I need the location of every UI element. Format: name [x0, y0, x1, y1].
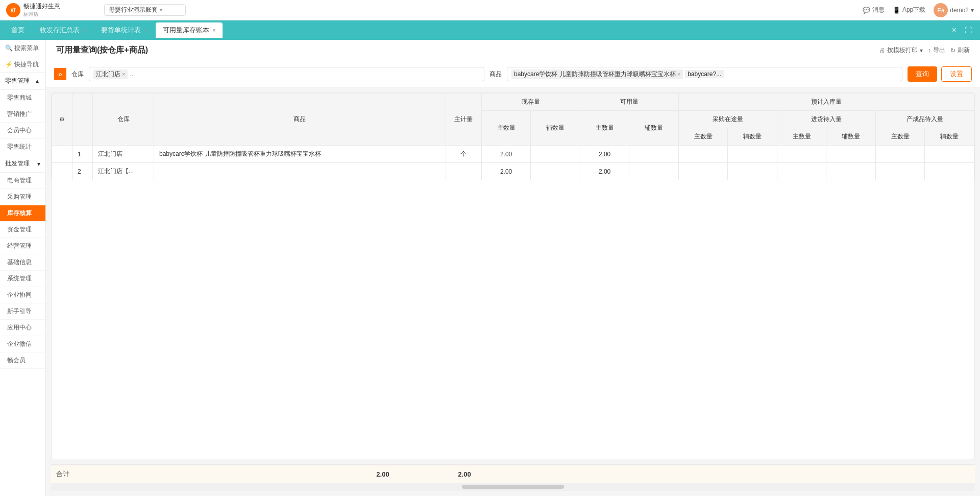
cell-incoming-sub	[826, 146, 876, 163]
inventory-table: ⚙ 仓库 商品 主计量 现存量 可用量 预计入库量 主数量 辅数量 主数量 辅数…	[52, 93, 974, 180]
sidebar-item-basic[interactable]: 基础信息	[0, 254, 45, 271]
cell-incoming-main	[777, 163, 826, 180]
warehouse-tag-text: 江北门店	[96, 70, 120, 79]
tab-order-stats-label: 要货单统计表	[101, 26, 141, 35]
th-available-main: 主数量	[580, 111, 629, 146]
product-tag-1-close[interactable]: ×	[677, 71, 680, 77]
export-icon: ↑	[928, 47, 931, 54]
user-menu[interactable]: Ea demo2 ▾	[934, 3, 974, 17]
sidebar-item-purchase[interactable]: 采购管理	[0, 189, 45, 205]
product-tag-1-text: babycare学饮杯 儿童防摔防撞吸管杯重力球吸嘴杯宝宝水杯	[514, 70, 676, 79]
logo-icon: 好	[6, 3, 20, 17]
tab-bar-close-btn[interactable]: ×	[948, 23, 961, 37]
sidebar-item-finance[interactable]: 资金管理	[0, 222, 45, 238]
cell-current-sub	[531, 146, 580, 163]
export-btn[interactable]: ↑ 导出	[928, 46, 945, 55]
th-current-stock: 现存量	[481, 93, 580, 111]
tab-home-label: 首页	[11, 26, 24, 35]
logo-text: 畅捷通好生意	[23, 2, 60, 11]
th-available-qty: 可用量	[580, 93, 678, 111]
tab-home[interactable]: 首页	[4, 22, 32, 38]
sidebar-item-member2[interactable]: 畅会员	[0, 352, 45, 369]
print-template-btn[interactable]: 🖨 按模板打印 ▾	[879, 46, 923, 55]
store-dropdown-icon: ▾	[160, 7, 162, 13]
table-footer: 合计 2.00 2.00	[51, 464, 975, 483]
cell-settings	[52, 146, 72, 163]
sidebar-item-app-center[interactable]: 应用中心	[0, 320, 45, 336]
main-layout: 🔍 搜索菜单 ⚡ 快捷导航 零售管理 ▲ 零售商城 营销推广 会员中心 零售统计…	[0, 40, 980, 496]
tab-receive-summary-close[interactable]: ×	[83, 27, 86, 33]
sidebar-group-retail[interactable]: 零售管理 ▲	[0, 73, 45, 90]
sidebar-item-enterprise[interactable]: 企业协同	[0, 287, 45, 303]
tab-available-inventory-label: 可用量库存账本	[163, 26, 209, 35]
user-name: demo2	[950, 7, 969, 14]
th-product: 商品	[154, 93, 446, 146]
sidebar-item-new-guide[interactable]: 新手引导	[0, 303, 45, 320]
product-filter[interactable]: babycare学饮杯 儿童防摔防撞吸管杯重力球吸嘴杯宝宝水杯 × babyca…	[507, 67, 902, 81]
sidebar-group-wholesale[interactable]: 批发管理 ▾	[0, 155, 45, 173]
th-current-main: 主数量	[481, 111, 531, 146]
warehouse-filter[interactable]: 江北门店 × ...	[89, 67, 484, 81]
sidebar-item-marketing[interactable]: 营销推广	[0, 106, 45, 123]
settings-btn[interactable]: 设置	[941, 66, 972, 82]
sidebar-search[interactable]: 🔍 搜索菜单	[0, 40, 45, 57]
tab-receive-summary-label: 收发存汇总表	[40, 26, 80, 35]
sidebar-item-ecommerce[interactable]: 电商管理	[0, 173, 45, 189]
footer-available-main: 2.00	[444, 470, 485, 478]
horizontal-scrollbar[interactable]	[51, 483, 975, 491]
sidebar-item-system[interactable]: 系统管理	[0, 271, 45, 287]
refresh-icon: ↻	[950, 47, 955, 54]
cell-purchase-sub	[728, 146, 777, 163]
user-dropdown-icon: ▾	[971, 7, 974, 14]
print-dropdown-icon: ▾	[920, 47, 923, 54]
tab-order-stats[interactable]: 要货单统计表 ×	[94, 22, 154, 38]
product-tag-1: babycare学饮杯 儿童防摔防撞吸管杯重力球吸嘴杯宝宝水杯 ×	[511, 69, 683, 79]
tab-available-inventory[interactable]: 可用量库存账本 ×	[156, 22, 223, 38]
sidebar-item-operations[interactable]: 经营管理	[0, 238, 45, 254]
cell-purchase-main	[678, 163, 728, 180]
warehouse-tag-close[interactable]: ×	[122, 71, 125, 77]
scroll-thumb[interactable]	[462, 485, 564, 489]
cell-product: babycare学饮杯 儿童防摔防撞吸管杯重力球吸嘴杯宝宝水杯	[154, 146, 446, 163]
cell-product-main	[875, 163, 925, 180]
app-download-btn[interactable]: 📱 App下载	[893, 6, 925, 14]
cell-warehouse: 江北门店【...	[93, 163, 154, 180]
phone-icon: 📱	[893, 7, 900, 14]
table-row: 1 江北门店 babycare学饮杯 儿童防摔防撞吸管杯重力球吸嘴杯宝宝水杯 个…	[52, 146, 974, 163]
cell-no: 1	[72, 146, 93, 163]
table-container: ⚙ 仓库 商品 主计量 现存量 可用量 预计入库量 主数量 辅数量 主数量 辅数…	[51, 92, 975, 459]
th-settings[interactable]: ⚙	[52, 93, 72, 146]
sidebar-group-wholesale-arrow: ▾	[37, 160, 40, 168]
tab-available-inventory-close[interactable]: ×	[212, 27, 215, 33]
page-header: 可用量查询(按仓库+商品) 🖨 按模板打印 ▾ ↑ 导出 ↻ 刷新	[46, 40, 980, 61]
sidebar-quick-nav[interactable]: ⚡ 快捷导航	[0, 57, 45, 73]
refresh-btn[interactable]: ↻ 刷新	[950, 46, 970, 55]
warehouse-more[interactable]: ...	[130, 70, 135, 78]
message-btn[interactable]: 💬 消息	[863, 6, 885, 14]
top-right: 💬 消息 📱 App下载 Ea demo2 ▾	[863, 3, 974, 17]
sidebar-item-inventory[interactable]: 库存核算	[0, 205, 45, 222]
sidebar-item-member[interactable]: 会员中心	[0, 123, 45, 139]
tab-order-stats-close[interactable]: ×	[144, 27, 147, 33]
th-incoming-sub: 辅数量	[826, 128, 876, 146]
sidebar-item-retail-mall[interactable]: 零售商城	[0, 90, 45, 106]
th-no	[72, 93, 93, 146]
th-incoming-main: 主数量	[777, 128, 826, 146]
top-bar: 好 畅捷通好生意 标准版 母婴行业演示账套 ▾ 💬 消息 📱 App下载 Ea …	[0, 0, 980, 20]
cell-current-main: 2.00	[481, 163, 531, 180]
sidebar-group-retail-label: 零售管理	[5, 77, 30, 85]
sidebar-item-retail-stats[interactable]: 零售统计	[0, 139, 45, 155]
tab-bar-expand-btn[interactable]: ⛶	[961, 24, 976, 36]
th-warehouse: 仓库	[93, 93, 154, 146]
query-btn[interactable]: 查询	[908, 66, 937, 82]
footer-current-main: 2.00	[362, 470, 403, 478]
cell-current-sub	[531, 163, 580, 180]
store-selector[interactable]: 母婴行业演示账套 ▾	[104, 4, 186, 16]
cell-available-main: 2.00	[580, 163, 629, 180]
page-title: 可用量查询(按仓库+商品)	[56, 45, 148, 56]
refresh-label: 刷新	[958, 46, 970, 55]
sidebar-item-enterprise-wx[interactable]: 企业微信	[0, 336, 45, 352]
tab-receive-summary[interactable]: 收发存汇总表 ×	[33, 22, 93, 38]
logo-area: 好 畅捷通好生意 标准版	[6, 2, 98, 18]
filter-expand-btn[interactable]: »	[54, 68, 66, 80]
